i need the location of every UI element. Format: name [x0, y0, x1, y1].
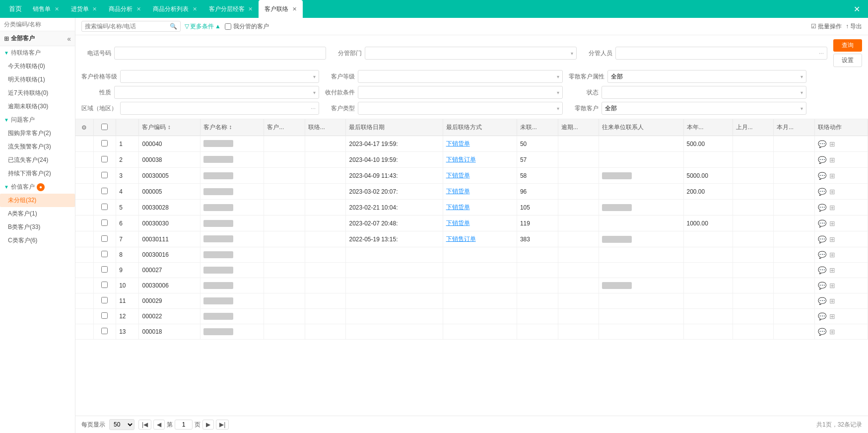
dept-select[interactable]: ▾	[365, 47, 577, 60]
row-checkbox[interactable]	[93, 168, 116, 184]
per-page-select[interactable]: 50 20 100	[109, 419, 134, 430]
row-checkbox[interactable]	[93, 309, 116, 324]
grid-action-icon[interactable]: ⊞	[829, 204, 835, 212]
row-gear[interactable]	[75, 200, 93, 216]
chat-icon[interactable]: 💬	[818, 172, 826, 180]
grid-action-icon[interactable]: ⊞	[829, 172, 835, 180]
close-tab-contact[interactable]: ✕	[292, 6, 297, 12]
tab-product-analysis[interactable]: 商品分析 ✕	[103, 0, 147, 18]
sidebar-item-tomorrow-pending[interactable]: 明天待联络(1)	[0, 73, 75, 86]
grid-action-icon[interactable]: ⊞	[829, 188, 835, 196]
chat-icon[interactable]: 💬	[818, 266, 826, 274]
row-checkbox[interactable]	[93, 184, 116, 200]
row-gear[interactable]	[75, 247, 93, 263]
sidebar-item-class-c[interactable]: C类客户(6)	[0, 234, 75, 247]
chat-icon[interactable]: 💬	[818, 282, 826, 289]
method-link[interactable]: 下销货单	[446, 172, 470, 179]
sidebar-item-overdue-pending[interactable]: 逾期未联络(30)	[0, 100, 75, 113]
grid-action-icon[interactable]: ⊞	[829, 266, 835, 274]
chat-icon[interactable]: 💬	[818, 297, 826, 305]
prev-page-btn[interactable]: ◀	[153, 420, 165, 430]
chat-icon[interactable]: 💬	[818, 188, 826, 196]
close-tab-segment[interactable]: ✕	[248, 6, 253, 12]
method-link[interactable]: 下销货单	[446, 204, 470, 211]
tab-product-analysis-list[interactable]: 商品分析列表 ✕	[147, 0, 203, 18]
grid-action-icon[interactable]: ⊞	[829, 328, 835, 336]
row-checkbox[interactable]	[93, 293, 116, 309]
batch-operation-btn[interactable]: ☑ 批量操作	[811, 22, 842, 31]
sidebar-item-abnormal[interactable]: 囤购异常客户(2)	[0, 127, 75, 140]
retail-attr-select[interactable]: 全部 ▾	[607, 70, 806, 83]
sidebar-search-input[interactable]	[4, 21, 75, 28]
row-gear[interactable]	[75, 231, 93, 247]
tab-customer-contact[interactable]: 客户联络 ✕	[259, 0, 303, 18]
row-checkbox[interactable]	[93, 200, 116, 216]
search-box[interactable]: 🔍	[81, 21, 181, 32]
sidebar-item-declining[interactable]: 持续下滑客户(2)	[0, 167, 75, 180]
ellipsis-icon[interactable]: ···	[819, 50, 824, 57]
tab-sales[interactable]: 销售单 ✕	[27, 0, 65, 18]
grid-action-icon[interactable]: ⊞	[829, 235, 835, 243]
sidebar-item-ungroup[interactable]: 未分组(32)	[0, 194, 75, 207]
my-customers-check[interactable]	[225, 23, 231, 30]
payment-select[interactable]: ▾	[358, 86, 563, 99]
chat-icon[interactable]: 💬	[818, 156, 826, 164]
grid-action-icon[interactable]: ⊞	[829, 297, 835, 305]
search-icon[interactable]: 🔍	[170, 23, 177, 30]
select-all-column[interactable]	[93, 119, 116, 136]
query-button[interactable]: 查询	[833, 39, 862, 52]
chat-icon[interactable]: 💬	[818, 312, 826, 320]
close-tab-product-list[interactable]: ✕	[193, 6, 197, 12]
price-level-select[interactable]: ▾	[120, 70, 319, 83]
row-gear[interactable]	[75, 324, 93, 340]
method-link[interactable]: 下销售订单	[446, 235, 476, 242]
row-gear[interactable]	[75, 136, 93, 152]
nature-select[interactable]: ▾	[114, 86, 319, 99]
my-customers-checkbox[interactable]: 我分管的客户	[225, 22, 269, 31]
first-page-btn[interactable]: |◀	[138, 420, 151, 430]
page-input[interactable]	[175, 420, 193, 430]
ellipsis-icon-2[interactable]: ···	[311, 105, 316, 112]
grid-action-icon[interactable]: ⊞	[829, 312, 835, 320]
gear-column[interactable]: ⚙	[75, 119, 93, 136]
grid-action-icon[interactable]: ⊞	[829, 282, 835, 289]
row-gear[interactable]	[75, 216, 93, 231]
chat-icon[interactable]: 💬	[818, 251, 826, 259]
row-checkbox[interactable]	[93, 278, 116, 293]
method-link[interactable]: 下销售订单	[446, 156, 476, 163]
row-checkbox[interactable]	[93, 231, 116, 247]
row-gear[interactable]	[75, 293, 93, 309]
phone-input[interactable]	[114, 47, 326, 60]
more-conditions-btn[interactable]: ▽ 更多条件 ▲	[185, 22, 221, 31]
search-input[interactable]	[85, 23, 170, 30]
method-link[interactable]: 下销货单	[446, 188, 470, 195]
select-all-checkbox[interactable]	[101, 124, 108, 130]
row-checkbox[interactable]	[93, 216, 116, 231]
status-select[interactable]: ▾	[601, 86, 806, 99]
chat-icon[interactable]: 💬	[818, 235, 826, 243]
row-gear[interactable]	[75, 152, 93, 168]
tab-purchase[interactable]: 进货单 ✕	[65, 0, 103, 18]
row-checkbox[interactable]	[93, 136, 116, 152]
tab-home[interactable]: 首页	[4, 0, 27, 18]
row-gear[interactable]	[75, 309, 93, 324]
row-checkbox[interactable]	[93, 324, 116, 340]
customer-level-select[interactable]: ▾	[358, 70, 563, 83]
close-tab-sales[interactable]: ✕	[55, 6, 59, 12]
sidebar-item-churned[interactable]: 已流失客户(24)	[0, 153, 75, 167]
method-link[interactable]: 下销货单	[446, 140, 470, 147]
row-gear[interactable]	[75, 263, 93, 278]
grid-action-icon[interactable]: ⊞	[829, 156, 835, 164]
sidebar-item-churn-warning[interactable]: 流失预警客户(3)	[0, 140, 75, 153]
code-column[interactable]: 客户编码 ↕	[139, 119, 200, 136]
close-tab-product-analysis[interactable]: ✕	[136, 6, 141, 12]
export-btn[interactable]: ↑ 导出	[846, 22, 862, 31]
row-gear[interactable]	[75, 184, 93, 200]
row-checkbox[interactable]	[93, 263, 116, 278]
name-column[interactable]: 客户名称 ↕	[200, 119, 264, 136]
close-tab-purchase[interactable]: ✕	[92, 6, 97, 12]
sidebar-collapse-icon[interactable]: «	[67, 35, 71, 43]
sidebar-item-today-pending[interactable]: 今天待联络(0)	[0, 60, 75, 73]
sidebar-search-box[interactable]: 🔍	[0, 18, 75, 31]
sidebar-all-customers[interactable]: ⊞ 全部客户 «	[0, 31, 75, 46]
